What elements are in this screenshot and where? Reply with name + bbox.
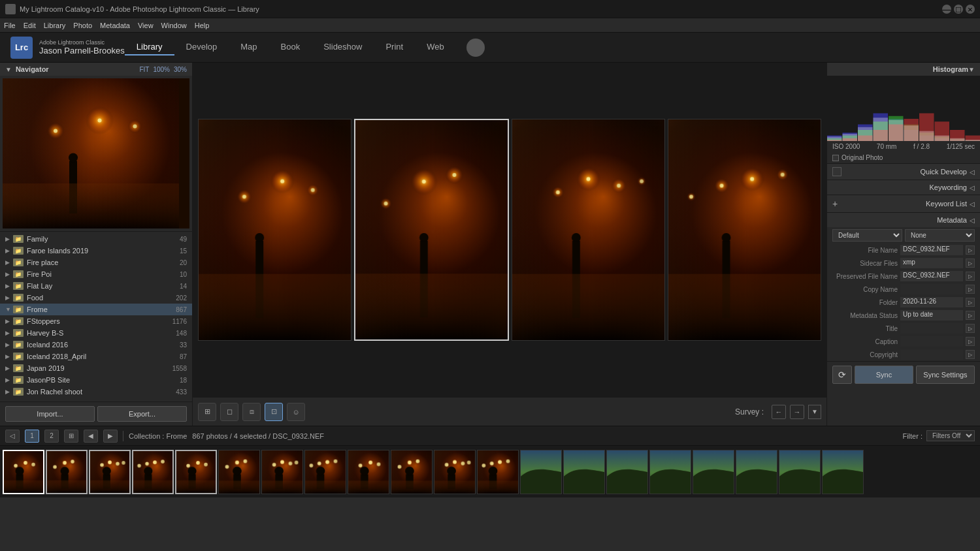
sync-settings-button[interactable]: Sync Settings	[916, 366, 975, 384]
filmstrip-thumb-4[interactable]	[132, 450, 174, 494]
filmstrip-thumb-9[interactable]	[348, 450, 389, 494]
pct100-option[interactable]: 100%	[153, 66, 170, 73]
prev-arrow-btn[interactable]: ←	[772, 405, 786, 419]
survey-photo-2[interactable]	[354, 119, 509, 341]
preset-select[interactable]: Default	[832, 229, 902, 242]
folder-fireplace[interactable]: ▶ 📁 Fire place 20	[0, 257, 192, 268]
filmstrip-thumb-3[interactable]	[89, 450, 131, 494]
import-button[interactable]: Import...	[5, 406, 95, 422]
sidecar-edit-btn[interactable]: ▷	[966, 259, 975, 268]
title-edit-btn[interactable]: ▷	[966, 324, 975, 333]
sidecar-value[interactable]: xmp	[900, 258, 963, 268]
next-arrow-btn[interactable]: →	[790, 405, 804, 419]
menu-window[interactable]: Window	[161, 22, 187, 29]
caption-edit-btn[interactable]: ▷	[966, 337, 975, 346]
filmstrip-thumb-6[interactable]	[218, 450, 260, 494]
filmstrip-thumb-7[interactable]	[261, 450, 303, 494]
single-view-btn[interactable]: 1	[25, 430, 39, 443]
compare-view-btn[interactable]: ⧈	[242, 403, 261, 421]
filmstrip-thumb-16[interactable]	[649, 450, 691, 494]
close-button[interactable]: ×	[966, 5, 975, 14]
survey-photo-4[interactable]	[668, 119, 821, 341]
menu-photo[interactable]: Photo	[73, 22, 92, 29]
multi-view-btn[interactable]: 2	[44, 430, 59, 443]
menu-file[interactable]: File	[4, 22, 16, 29]
toolbar-dropdown[interactable]: ▼	[808, 405, 821, 419]
window-controls[interactable]: — □ ×	[942, 5, 975, 14]
nav-print[interactable]: Print	[374, 39, 415, 55]
nav-web[interactable]: Web	[415, 39, 456, 55]
filmstrip-thumb-1[interactable]	[3, 450, 44, 494]
folder-firepoi[interactable]: ▶ 📁 Fire Poi 10	[0, 268, 192, 280]
loupe-view-btn[interactable]: ◻	[220, 403, 238, 421]
filmstrip-thumb-15[interactable]	[606, 450, 648, 494]
copyname-value[interactable]	[900, 284, 963, 294]
people-view-btn[interactable]: ☺	[287, 403, 305, 421]
export-button[interactable]: Export...	[97, 406, 187, 422]
metastatus-edit-btn[interactable]: ▷	[966, 311, 975, 320]
filename-value[interactable]: DSC_0932.NEF	[900, 245, 963, 255]
folder-harvey[interactable]: ▶ 📁 Harvey B-S 148	[0, 327, 192, 339]
nav-next-btn[interactable]: ▶	[103, 430, 118, 443]
keywording-header[interactable]: Keywording ◁	[827, 180, 980, 195]
fit-option[interactable]: FIT	[139, 66, 149, 73]
user-avatar[interactable]	[466, 39, 485, 57]
filmstrip-thumb-8[interactable]	[304, 450, 346, 494]
folder-meta-edit-btn[interactable]: ▷	[966, 298, 975, 307]
sync-button[interactable]: Sync	[855, 366, 913, 384]
menu-library[interactable]: Library	[44, 22, 66, 29]
minimize-button[interactable]: —	[942, 5, 951, 14]
preserved-value[interactable]: DSC_0932.NEF	[900, 271, 963, 281]
nav-develop[interactable]: Develop	[174, 39, 229, 55]
original-photo-checkbox[interactable]	[832, 155, 839, 161]
survey-photo-1[interactable]	[198, 119, 351, 341]
folder-frome[interactable]: ▼ 📁 Frome 867	[0, 304, 192, 315]
folder-jonrachel[interactable]: ▶ 📁 Jon Rachel shoot 433	[0, 386, 192, 398]
grid-status-btn[interactable]: ⊞	[64, 430, 78, 443]
nav-slideshow[interactable]: Slideshow	[312, 39, 374, 55]
menu-metadata[interactable]: Metadata	[100, 22, 130, 29]
filmstrip-thumb-14[interactable]	[563, 450, 605, 494]
folder-japan2019[interactable]: ▶ 📁 Japan 2019 1558	[0, 362, 192, 374]
folder-fstoppers[interactable]: ▶ 📁 FStoppers 1176	[0, 315, 192, 327]
arrow-left-panel-btn[interactable]: ◁	[5, 430, 20, 443]
histogram-header[interactable]: Histogram ▼	[827, 63, 980, 76]
nav-book[interactable]: Book	[269, 39, 312, 55]
pct30-option[interactable]: 30%	[174, 66, 187, 73]
copyright-value[interactable]	[900, 349, 963, 360]
filmstrip-thumb-19[interactable]	[779, 450, 821, 494]
navigator-header[interactable]: ▼ Navigator FIT 100% 30%	[0, 63, 192, 76]
maximize-button[interactable]: □	[954, 5, 963, 14]
preset-none-select[interactable]: None	[905, 229, 975, 242]
preserved-edit-btn[interactable]: ▷	[966, 272, 975, 281]
folder-meta-value[interactable]: 2020-11-26	[900, 297, 963, 307]
folder-jasonpb[interactable]: ▶ 📁 JasonPB Site 18	[0, 374, 192, 386]
folder-iceland2016[interactable]: ▶ 📁 Iceland 2016 33	[0, 339, 192, 351]
folder-flatlay[interactable]: ▶ 📁 Flat Lay 14	[0, 280, 192, 292]
menu-help[interactable]: Help	[195, 22, 210, 29]
nav-map[interactable]: Map	[229, 39, 269, 55]
filmstrip-thumb-11[interactable]	[434, 450, 476, 494]
menu-view[interactable]: View	[138, 22, 154, 29]
filmstrip-thumb-5[interactable]	[175, 450, 217, 494]
sync-icon-btn[interactable]: ⟳	[832, 366, 852, 384]
filmstrip-thumb-2[interactable]	[46, 450, 88, 494]
survey-photo-3[interactable]	[512, 119, 665, 341]
caption-value[interactable]	[900, 336, 963, 347]
filmstrip-thumb-20[interactable]	[822, 450, 864, 494]
folder-family[interactable]: ▶ 📁 Family 49	[0, 233, 192, 245]
copyright-edit-btn[interactable]: ▷	[966, 350, 975, 359]
keyword-list-header[interactable]: + Keyword List ◁	[827, 195, 980, 212]
filmstrip-thumb-13[interactable]	[520, 450, 562, 494]
folder-food[interactable]: ▶ 📁 Food 202	[0, 292, 192, 304]
menu-edit[interactable]: Edit	[24, 22, 36, 29]
filename-edit-btn[interactable]: ▷	[966, 245, 975, 255]
filter-select[interactable]: Filters Off	[926, 430, 975, 441]
keyword-plus-btn[interactable]: +	[832, 198, 838, 209]
nav-library[interactable]: Library	[125, 39, 174, 55]
filmstrip-thumb-10[interactable]	[391, 450, 433, 494]
copyname-edit-btn[interactable]: ▷	[966, 285, 975, 294]
title-value[interactable]	[900, 323, 963, 334]
folder-iceland2018[interactable]: ▶ 📁 Iceland 2018_April 87	[0, 351, 192, 362]
folder-faroe[interactable]: ▶ 📁 Faroe Islands 2019 15	[0, 245, 192, 257]
